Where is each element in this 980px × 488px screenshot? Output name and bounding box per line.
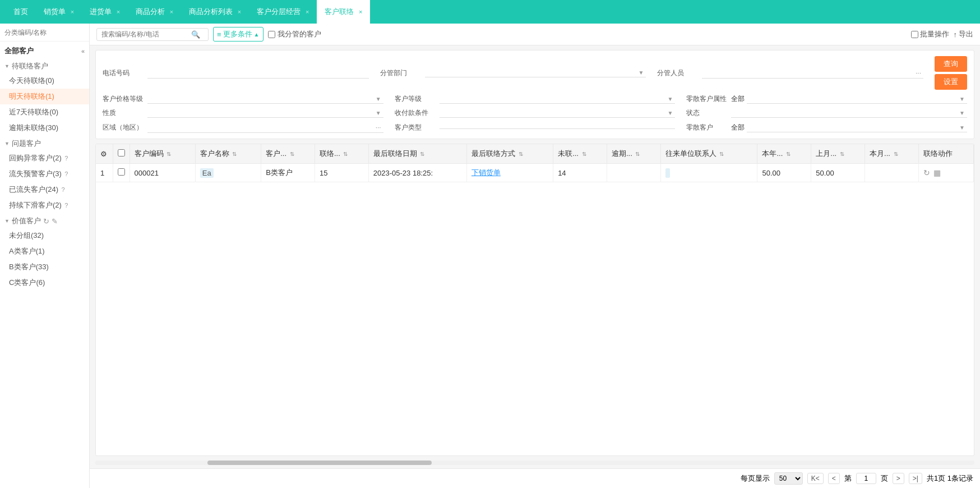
filter-dept-select[interactable]: ▼ <box>425 68 646 77</box>
sidebar-item-declining[interactable]: 持续下滑客户(2) ? <box>0 197 89 213</box>
export-btn[interactable]: ↑ 导出 <box>954 29 974 39</box>
filter-more-btn[interactable]: ≡ 更多条件 ▲ <box>213 27 264 42</box>
action-refresh-icon[interactable]: ↻ <box>923 168 930 177</box>
select-all-checkbox[interactable] <box>118 149 125 156</box>
sort-icon-date[interactable]: ⇅ <box>420 151 424 157</box>
my-customers-checkbox[interactable] <box>268 31 275 38</box>
nav-close-analysis[interactable]: × <box>170 8 173 15</box>
filter-gender-select[interactable]: ▼ <box>147 109 383 118</box>
sort-icon-year[interactable]: ⇅ <box>786 151 791 157</box>
filter-status-select[interactable]: ▼ <box>731 109 967 118</box>
batch-btn[interactable]: 批量操作 <box>911 29 949 39</box>
filter-payment-select[interactable]: ▼ <box>440 109 676 118</box>
pagination-bar: 每页显示 50 100 200 K< < 第 页 > >| 共1页 1条记录 <box>90 468 980 488</box>
chevron-down-icon: ▼ <box>638 70 644 76</box>
toolbar-search-icon[interactable]: 🔍 <box>191 30 200 39</box>
td-index: 1 <box>96 164 113 182</box>
nav-item-purchase[interactable]: 进货单 × <box>82 0 128 24</box>
sidebar-problem-group: 问题客户 <box>0 136 89 150</box>
my-customers-checkbox-label[interactable]: 我分管的客户 <box>268 29 321 39</box>
nav-item-customer-tier[interactable]: 客户分层经营 × <box>249 0 317 24</box>
td-checkbox[interactable] <box>113 164 130 182</box>
content: 🔍 ≡ 更多条件 ▲ 我分管的客户 批量操作 ↑ 导出 <box>90 24 980 488</box>
sidebar-item-c-class[interactable]: C类客户(6) <box>0 275 89 291</box>
sidebar-pending-group: 待联络客户 <box>0 58 89 73</box>
th-this-year: 本年... ⇅ <box>757 144 811 164</box>
filter-phone-input[interactable] <box>147 68 369 79</box>
row-checkbox[interactable] <box>118 168 125 176</box>
top-nav: 首页 销货单 × 进货单 × 商品分析 × 商品分析列表 × 客户分层经营 × … <box>0 0 980 24</box>
action-grid-icon[interactable]: ▦ <box>933 168 941 177</box>
nav-home[interactable]: 首页 <box>6 0 36 24</box>
filter-retail-customer-select[interactable]: ▼ <box>747 123 967 132</box>
sort-icon-last-month[interactable]: ⇅ <box>840 151 844 157</box>
sidebar-item-lost[interactable]: 已流失客户(24) ? <box>0 182 89 197</box>
query-button[interactable]: 查询 <box>935 56 967 72</box>
nav-item-analysis[interactable]: 商品分析 × <box>128 0 181 24</box>
nav-item-sales[interactable]: 销货单 × <box>36 0 82 24</box>
sort-icon-contact[interactable]: ⇅ <box>343 151 348 157</box>
nav-item-analysis-list[interactable]: 商品分析列表 × <box>181 0 249 24</box>
nav-item-customer-contact[interactable]: 客户联络 × <box>317 0 370 24</box>
td-actions: ↻ ▦ <box>918 164 973 182</box>
sort-icon-code[interactable]: ⇅ <box>167 151 171 157</box>
filter-field-price-level: 客户价格等级 ▼ <box>103 94 383 104</box>
filter-retail-attr-select[interactable]: ▼ <box>747 95 967 104</box>
sidebar-item-tomorrow[interactable]: 明天待联络(1) <box>0 89 89 104</box>
first-page-btn[interactable]: K< <box>807 473 824 484</box>
chevron-down-icon-2: ▼ <box>376 96 381 102</box>
filter-field-customer-type: 客户类型 <box>395 123 676 132</box>
td-last-month: 50.00 <box>811 164 865 182</box>
sidebar-item-overdue[interactable]: 逾期未联络(30) <box>0 120 89 136</box>
sidebar-item-7days[interactable]: 近7天待联络(0) <box>0 104 89 120</box>
th-settings[interactable]: ⚙ <box>96 144 113 164</box>
last-page-btn[interactable]: >| <box>909 473 922 484</box>
filter-region-dots[interactable]: ··· <box>376 123 381 131</box>
sort-icon-this-month[interactable]: ⇅ <box>894 151 898 157</box>
filter-region-select[interactable]: ··· <box>147 122 383 133</box>
prev-page-btn[interactable]: < <box>828 473 840 484</box>
scrollbar-thumb[interactable] <box>207 461 432 465</box>
next-page-btn[interactable]: > <box>893 473 904 484</box>
td-overdue <box>607 164 660 182</box>
th-checkbox[interactable] <box>113 144 130 164</box>
settings-icon[interactable]: ⚙ <box>100 150 107 158</box>
chevron-down-icon-6: ▼ <box>667 110 673 116</box>
nav-close-customer-contact[interactable]: × <box>359 8 362 15</box>
sort-icon-name[interactable]: ⇅ <box>232 151 237 157</box>
filter-person-dots[interactable]: ··· <box>916 69 921 77</box>
sidebar-item-today[interactable]: 今天待联络(0) <box>0 73 89 89</box>
sidebar-item-lost-warning[interactable]: 流失预警客户(3) ? <box>0 166 89 182</box>
th-type: 客户... ⇅ <box>261 144 315 164</box>
sort-icon-uncontacted[interactable]: ⇅ <box>582 151 586 157</box>
horizontal-scrollbar[interactable] <box>95 461 974 465</box>
filter-customer-level-select[interactable]: ▼ <box>440 95 676 104</box>
batch-checkbox[interactable] <box>911 31 918 38</box>
sort-icon-overdue[interactable]: ⇅ <box>635 151 640 157</box>
setting-button[interactable]: 设置 <box>935 74 967 90</box>
sidebar-item-a-class[interactable]: A类客户(1) <box>0 243 89 259</box>
filter-customer-type-select[interactable] <box>440 126 676 129</box>
nav-close-analysis-list[interactable]: × <box>238 8 241 15</box>
page-number-input[interactable] <box>856 473 876 484</box>
filter-row-1: 电话号码 分管部门 ▼ 分管人员 ··· <box>103 56 967 90</box>
sidebar-all-customers[interactable]: 全部客户 « <box>0 42 89 58</box>
filter-person-select[interactable]: ··· <box>702 68 923 79</box>
filter-price-level-select[interactable]: ▼ <box>147 95 383 104</box>
sort-icon-person[interactable]: ⇅ <box>719 151 724 157</box>
sidebar-search-input[interactable] <box>4 29 89 36</box>
td-last-method[interactable]: 下销货单 <box>466 164 553 182</box>
th-contact-count: 联络... ⇅ <box>315 144 369 164</box>
nav-close-customer-tier[interactable]: × <box>306 8 309 15</box>
th-last-method: 最后联络方式 ⇅ <box>466 144 553 164</box>
nav-close-sales[interactable]: × <box>71 8 74 15</box>
filter-field-region: 区域（地区） ··· <box>103 122 383 133</box>
sidebar-item-abnormal[interactable]: 回购异常客户(2) ? <box>0 150 89 166</box>
sort-icon-type[interactable]: ⇅ <box>290 151 294 157</box>
sidebar-item-ungrouped[interactable]: 未分组(32) <box>0 228 89 243</box>
nav-close-purchase[interactable]: × <box>117 8 120 15</box>
toolbar-search-input[interactable] <box>101 30 191 38</box>
page-size-select[interactable]: 50 100 200 <box>774 472 803 485</box>
sidebar-item-b-class[interactable]: B类客户(33) <box>0 259 89 275</box>
sort-icon-method[interactable]: ⇅ <box>519 151 523 157</box>
